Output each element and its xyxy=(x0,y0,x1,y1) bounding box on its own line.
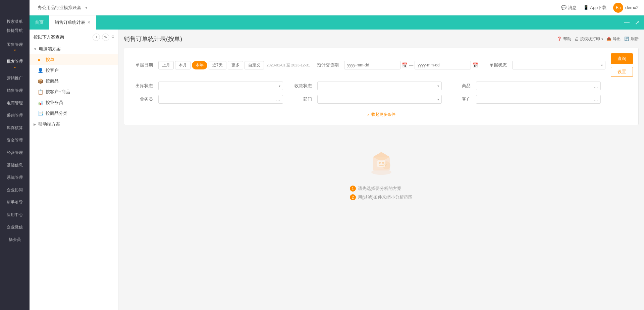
by-customer-label: 按客户 xyxy=(46,67,59,73)
tree-item-by-customer-product[interactable]: 📋 按客户+商品 xyxy=(30,87,118,97)
sidebar-item-marketing[interactable]: 营销推广 xyxy=(0,72,30,85)
out-status-select[interactable] xyxy=(158,82,283,90)
export-btn[interactable]: 📤 导出 xyxy=(606,36,621,42)
collect-status-select[interactable] xyxy=(317,82,442,90)
tree-item-by-order[interactable]: ● 按单 xyxy=(30,54,118,65)
tab-minimize-btn[interactable]: — xyxy=(623,18,631,27)
print-arrow-icon: ▾ xyxy=(601,37,603,41)
tree-parent-pc-label: 电脑端方案 xyxy=(39,46,61,52)
help-btn[interactable]: ❓ 帮助 xyxy=(557,36,571,42)
sidebar-item-newbie[interactable]: 新手引导 xyxy=(0,196,30,209)
date-label: 单据日期 xyxy=(129,62,153,68)
svg-point-8 xyxy=(382,162,384,164)
message-btn[interactable]: 💬 消息 xyxy=(561,5,577,11)
by-customer-product-icon: 📋 xyxy=(38,89,43,95)
sidebar-item-label-wholesale: 批发管理 xyxy=(7,59,23,64)
salesperson-input[interactable] xyxy=(158,95,283,104)
status-select[interactable] xyxy=(512,61,605,69)
delivery-date-end-input[interactable] xyxy=(415,61,471,69)
delivery-date-control: 📅 — 📅 xyxy=(344,61,478,69)
department-select[interactable] xyxy=(317,95,442,104)
sidebar-item-wholesale[interactable]: 批发管理 ▴ xyxy=(0,55,30,72)
sidebar-search[interactable]: 搜索菜单 xyxy=(0,15,30,27)
sidebar-item-finance[interactable]: 资金管理 xyxy=(0,134,30,147)
collect-status-label: 收款状态 xyxy=(288,83,312,89)
refresh-label: 刷新 xyxy=(631,36,639,42)
sidebar-item-purchase[interactable]: 采购管理 xyxy=(0,109,30,122)
sidebar-item-basic[interactable]: 基础信息 xyxy=(0,159,30,171)
tree-arrow-mobile: ▶ xyxy=(34,122,36,126)
print-icon: 🖨 xyxy=(575,37,579,41)
top-bar-right: 💬 消息 📱 App下载 Ea demo2 xyxy=(561,3,639,13)
tab-expand-btn[interactable]: ⤢ xyxy=(634,18,641,27)
customer-input[interactable] xyxy=(476,95,601,104)
by-order-label: 按单 xyxy=(46,57,54,63)
date-tab-this-month[interactable]: 本月 xyxy=(175,61,191,69)
delivery-date-end-cal-icon[interactable]: 📅 xyxy=(472,62,478,68)
salesperson-label: 业务员 xyxy=(129,96,153,102)
add-scheme-btn[interactable]: + xyxy=(93,34,100,41)
query-button[interactable]: 查询 xyxy=(611,53,633,64)
customer-dots-btn[interactable]: … xyxy=(594,97,598,102)
sidebar-item-wxwork[interactable]: 企业微信 xyxy=(0,221,30,234)
setting-button[interactable]: 设置 xyxy=(611,67,633,77)
salesperson-dots-btn[interactable]: … xyxy=(276,97,280,102)
collapse-panel-btn[interactable]: « xyxy=(111,34,114,41)
date-range-text: 2023-01-01 至 2023-12-31 xyxy=(267,63,310,68)
delivery-date-start-cal-icon[interactable]: 📅 xyxy=(402,62,408,68)
sidebar-item-label-wxwork: 企业微信 xyxy=(7,224,23,230)
refresh-btn[interactable]: 🔄 刷新 xyxy=(624,36,639,42)
by-customer-icon: 👤 xyxy=(38,68,43,73)
sidebar-item-appcenter[interactable]: 应用中心 xyxy=(0,209,30,221)
date-tab-custom[interactable]: 自定义 xyxy=(245,61,264,69)
app-title-arrow[interactable]: ▾ xyxy=(85,5,88,10)
tree-parent-mobile[interactable]: ▶ 移动端方案 xyxy=(30,119,118,130)
date-tab-last-7-days[interactable]: 近7天 xyxy=(209,61,226,69)
product-input[interactable] xyxy=(476,82,601,90)
svg-point-7 xyxy=(379,162,381,164)
date-tab-this-year[interactable]: 本年 xyxy=(192,61,207,69)
delivery-date-start-input[interactable] xyxy=(344,61,400,69)
sidebar-item-sales[interactable]: 销售管理 xyxy=(0,85,30,97)
filter-row-2: 出库状态 ▾ 收款状态 ▾ 商品 … xyxy=(129,82,633,90)
tab-home[interactable]: 首页 xyxy=(30,15,49,30)
print-btn[interactable]: 🖨 按模板打印 ▾ xyxy=(575,36,603,42)
tree-item-by-product[interactable]: 📦 按商品 xyxy=(30,76,118,87)
hint-num-2: 2 xyxy=(350,194,356,200)
sidebar-item-enterprise[interactable]: 企业协同 xyxy=(0,184,30,196)
sidebar-item-retail[interactable]: 零售管理 ▾ xyxy=(0,39,30,55)
tree-parent-pc[interactable]: ▼ 电脑端方案 xyxy=(30,44,118,54)
sidebar-quick-nav[interactable]: 快捷导航 xyxy=(0,27,30,36)
export-label: 导出 xyxy=(613,36,621,42)
svg-rect-9 xyxy=(379,165,384,166)
sidebar-item-operations[interactable]: 经营管理 xyxy=(0,147,30,159)
message-label: 消息 xyxy=(568,5,577,11)
lph-actions: + ✎ « xyxy=(93,34,114,41)
tree-item-by-product-category[interactable]: 📑 按商品分类 xyxy=(30,108,118,119)
tab-sales-order-stats[interactable]: 销售订单统计表 ✕ xyxy=(49,15,96,30)
sidebar-item-inventory[interactable]: 库存核算 xyxy=(0,122,30,134)
tab-close-icon[interactable]: ✕ xyxy=(87,20,91,25)
tree-item-by-salesperson[interactable]: 📊 按业务员 xyxy=(30,97,118,108)
date-tab-more[interactable]: 更多 xyxy=(228,61,243,69)
by-product-category-icon: 📑 xyxy=(38,111,43,116)
sidebar-item-system[interactable]: 系统管理 xyxy=(0,171,30,184)
date-tab-last-month[interactable]: 上月 xyxy=(158,61,174,69)
edit-scheme-btn[interactable]: ✎ xyxy=(102,34,109,41)
sidebar-item-member[interactable]: 畅会员 xyxy=(0,234,30,246)
user-area[interactable]: Ea demo2 xyxy=(613,3,639,13)
empty-illustration: ? xyxy=(365,145,398,179)
tab-sales-order-stats-label: 销售订单统计表 xyxy=(55,19,85,25)
print-label: 按模板打印 xyxy=(580,36,600,42)
sidebar: 搜索菜单 快捷导航 零售管理 ▾ 批发管理 ▴ 营销推广 销售管理 电商管理 采… xyxy=(0,0,30,310)
app-download-btn[interactable]: 📱 App下载 xyxy=(583,5,606,11)
tree-item-by-customer[interactable]: 👤 按客户 xyxy=(30,65,118,76)
sidebar-arrow-retail: ▾ xyxy=(14,48,16,52)
sidebar-item-ecommerce[interactable]: 电商管理 xyxy=(0,97,30,109)
message-icon: 💬 xyxy=(561,5,567,10)
sidebar-item-label-system: 系统管理 xyxy=(7,175,23,180)
product-dots-btn[interactable]: … xyxy=(594,84,598,89)
left-panel-header: 按以下方案查询 + ✎ « xyxy=(30,34,118,44)
collapse-more-btn[interactable]: ∧ 收起更多条件 xyxy=(129,108,633,119)
delivery-date-sep: — xyxy=(409,63,413,68)
